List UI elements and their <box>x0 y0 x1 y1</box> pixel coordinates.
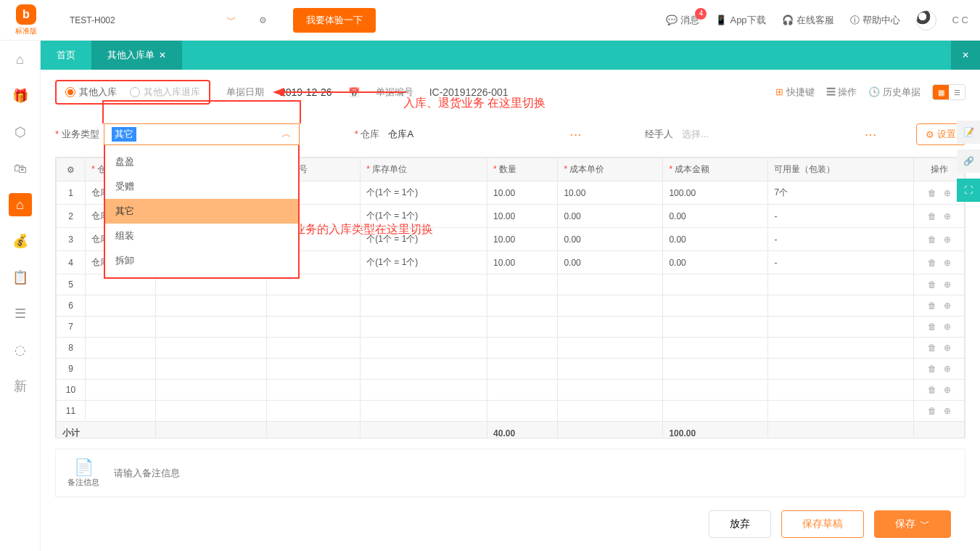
cell-unit[interactable] <box>361 359 487 380</box>
delete-icon[interactable]: 🗑 <box>928 211 936 221</box>
cell-price[interactable]: 0.00 <box>558 251 663 274</box>
delete-icon[interactable]: 🗑 <box>928 322 936 332</box>
cell-qty[interactable] <box>487 338 558 359</box>
history-link[interactable]: 🕓 历史单据 <box>868 86 921 99</box>
cell-unit[interactable] <box>361 338 487 359</box>
dropdown-option[interactable]: 盘盈 <box>105 150 298 174</box>
cell-price[interactable] <box>558 274 663 295</box>
cell-qty[interactable] <box>487 401 558 422</box>
cell-qty[interactable] <box>487 317 558 338</box>
cell-amount[interactable] <box>663 401 768 422</box>
nav-home-icon[interactable]: ⌂ <box>9 48 32 71</box>
tenant-select[interactable]: TEST-H002 ﹀ <box>62 9 244 32</box>
cell-spec[interactable] <box>267 338 361 359</box>
cell-amount[interactable] <box>663 295 768 317</box>
cell-unit[interactable]: 个(1个 = 1个) <box>361 181 487 205</box>
delete-icon[interactable]: 🗑 <box>928 234 936 245</box>
more-icon[interactable]: ··· <box>570 129 582 140</box>
delete-icon[interactable]: 🗑 <box>928 258 936 268</box>
float-link-icon[interactable]: 🔗 <box>957 150 980 173</box>
cell-qty[interactable] <box>487 274 558 295</box>
cell-amount[interactable]: 0.00 <box>663 205 768 228</box>
nav-bag-icon[interactable]: 🛍 <box>9 157 32 180</box>
cell-qty[interactable]: 10.00 <box>487 251 558 274</box>
table-row[interactable]: 8 🗑 ⊕ <box>57 338 965 359</box>
cell-price[interactable] <box>558 338 663 359</box>
ops-link[interactable]: ☰ 操作 <box>826 86 857 99</box>
close-all-tabs[interactable]: ✕ <box>951 41 980 70</box>
radio-other-in[interactable]: 其他入库 <box>65 86 117 99</box>
cell-unit[interactable]: 个(1个 = 1个) <box>361 228 487 251</box>
save-button[interactable]: 保存 ﹀ <box>874 510 951 538</box>
cell-price[interactable]: 10.00 <box>558 181 663 205</box>
radio-other-return[interactable]: 其他入库退库 <box>130 86 200 99</box>
save-draft-button[interactable]: 保存草稿 <box>781 510 864 538</box>
table-row[interactable]: 7 🗑 ⊕ <box>57 317 965 338</box>
copy-icon[interactable]: ⊕ <box>944 364 951 374</box>
cell-price[interactable] <box>558 317 663 338</box>
cell-unit[interactable] <box>361 274 487 295</box>
nav-clipboard-icon[interactable]: 📋 <box>9 266 32 289</box>
settings-gear-icon[interactable]: ⚙ <box>252 10 273 30</box>
table-row[interactable]: 10 🗑 ⊕ <box>57 380 965 401</box>
cell-unit[interactable] <box>361 295 487 317</box>
cell-amount[interactable]: 0.00 <box>663 228 768 251</box>
nav-house-icon[interactable]: ⬡ <box>9 121 32 144</box>
delete-icon[interactable]: 🗑 <box>928 406 936 416</box>
delete-icon[interactable]: 🗑 <box>928 343 936 353</box>
dropdown-option[interactable]: 组装 <box>105 224 298 248</box>
dropdown-option[interactable]: 受赠 <box>105 174 298 199</box>
copy-icon[interactable]: ⊕ <box>944 406 951 416</box>
warehouse-value[interactable]: 仓库A <box>388 128 413 141</box>
cell-scan[interactable] <box>156 401 267 422</box>
cell-amount[interactable]: 0.00 <box>663 251 768 274</box>
float-note-icon[interactable]: 📝 <box>957 121 980 144</box>
more-icon[interactable]: ··· <box>865 129 878 140</box>
cell-unit[interactable] <box>361 317 487 338</box>
cell-qty[interactable]: 10.00 <box>487 228 558 251</box>
delete-icon[interactable]: 🗑 <box>928 188 936 198</box>
cell-scan[interactable] <box>156 359 267 380</box>
cell-warehouse[interactable] <box>86 295 156 317</box>
delete-icon[interactable]: 🗑 <box>928 301 936 311</box>
cell-price[interactable] <box>558 401 663 422</box>
dropdown-option-selected[interactable]: 其它 <box>105 199 298 224</box>
dropdown-option[interactable]: 拆卸 <box>105 248 298 273</box>
copy-icon[interactable]: ⊕ <box>944 234 951 245</box>
cell-spec[interactable] <box>267 359 361 380</box>
delete-icon[interactable]: 🗑 <box>928 385 936 395</box>
cell-spec[interactable] <box>267 401 361 422</box>
copy-icon[interactable]: ⊕ <box>944 343 951 353</box>
cell-warehouse[interactable] <box>86 359 156 380</box>
cell-price[interactable]: 0.00 <box>558 228 663 251</box>
cell-unit[interactable] <box>361 401 487 422</box>
cell-scan[interactable] <box>156 380 267 401</box>
copy-icon[interactable]: ⊕ <box>944 188 951 198</box>
nav-money-icon[interactable]: 💰 <box>9 229 32 253</box>
try-button[interactable]: 我要体验一下 <box>293 8 376 33</box>
cell-warehouse[interactable] <box>86 401 156 422</box>
cell-price[interactable] <box>558 359 663 380</box>
help-link[interactable]: ⓘ 帮助中心 <box>850 14 900 27</box>
logo[interactable]: b 标准版 <box>12 4 41 36</box>
view-list-icon[interactable]: ☰ <box>949 85 965 99</box>
cell-qty[interactable] <box>487 359 558 380</box>
delete-icon[interactable]: 🗑 <box>928 279 936 290</box>
close-icon[interactable]: ✕ <box>159 50 166 60</box>
handler-select[interactable]: 选择... <box>682 128 709 141</box>
cell-price[interactable] <box>558 380 663 401</box>
avatar[interactable] <box>916 10 936 30</box>
copy-icon[interactable]: ⊕ <box>944 211 951 221</box>
copy-icon[interactable]: ⊕ <box>944 301 951 311</box>
cell-scan[interactable] <box>156 338 267 359</box>
cell-warehouse[interactable] <box>86 338 156 359</box>
copy-icon[interactable]: ⊕ <box>944 258 951 268</box>
tab-current[interactable]: 其他入库单 ✕ <box>91 41 182 70</box>
view-grid-icon[interactable]: ▦ <box>933 85 949 99</box>
app-download-link[interactable]: 📱 App下载 <box>715 14 765 27</box>
cell-qty[interactable]: 10.00 <box>487 205 558 228</box>
cell-unit[interactable] <box>361 380 487 401</box>
cell-unit[interactable]: 个(1个 = 1个) <box>361 205 487 228</box>
remark-input[interactable] <box>114 468 953 478</box>
cell-amount[interactable] <box>663 317 768 338</box>
